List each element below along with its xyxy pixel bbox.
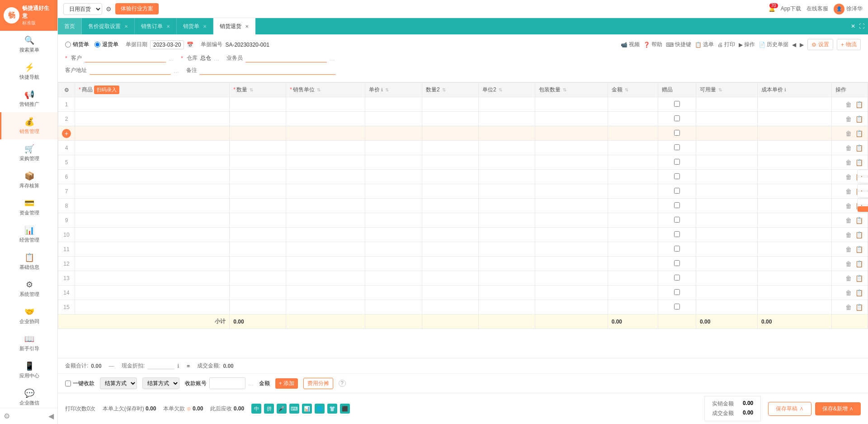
saleunit-cell-5[interactable] [286,155,365,170]
available-cell-3[interactable] [696,126,758,141]
available-cell-7[interactable] [696,184,758,199]
copy-btn-9[interactable]: 📋 [854,216,864,225]
quantity-cell-2[interactable] [230,112,286,126]
sidebar-item-3[interactable]: 💰销售管理 [0,112,57,139]
gift-cell-14[interactable] [658,286,696,300]
gift-cell-13[interactable] [658,271,696,286]
available-cell-4[interactable] [696,141,758,155]
amount-sort-icon[interactable]: ⇅ [625,87,628,92]
qty2-cell-4[interactable] [422,141,478,155]
tab-close-2[interactable]: ✕ [166,24,170,29]
pkgqty-cell-8[interactable] [535,199,608,213]
pkgqty-cell-12[interactable] [535,257,608,271]
gift-cell-10[interactable] [658,228,696,242]
costprice-cell-3[interactable] [757,126,831,141]
costprice-cell-14[interactable] [757,286,831,300]
product-cell-9[interactable] [75,213,230,228]
qty2-cell-9[interactable] [422,213,478,228]
account-input[interactable] [209,377,245,389]
unitprice-cell-11[interactable] [365,242,422,257]
radio-sale-option[interactable]: 销货单 [65,41,89,48]
delete-btn-13[interactable]: 🗑 [844,274,853,283]
unit2-sort-icon[interactable]: ⇅ [499,87,502,92]
pkgqty-cell-1[interactable] [535,97,608,112]
saleunit-sort-icon[interactable]: ⇅ [317,87,321,92]
customer-dots[interactable]: ... [169,55,174,62]
delete-btn-5[interactable]: 🗑 [844,158,853,167]
fullscreen-icon[interactable]: ⛶ [859,23,864,29]
quantity-cell-1[interactable] [230,97,286,112]
quantity-cell-6[interactable] [230,170,286,184]
remark-input[interactable] [200,66,335,75]
available-cell-12[interactable] [696,257,758,271]
amount-cell-8[interactable] [608,199,658,213]
app-download-link[interactable]: App下载 [781,5,801,13]
available-cell-6[interactable] [696,170,758,184]
tab-close-4[interactable]: ✕ [245,24,249,29]
notification-icon[interactable]: 🔔 70 [769,6,775,12]
unit2-cell-15[interactable] [479,300,535,314]
available-cell-9[interactable] [696,213,758,228]
pkgqty-cell-6[interactable] [535,170,608,184]
gift-cell-2[interactable] [658,112,696,126]
copy-btn-4[interactable]: 📋 [854,143,864,152]
unitprice-cell-14[interactable] [365,286,422,300]
sys-icon-7[interactable]: 👕 [327,404,337,414]
sidebar-item-10[interactable]: 🤝企业协同 [0,302,57,329]
industry-select[interactable]: 日用百货 [63,3,102,15]
copy-btn-13[interactable]: 📋 [854,274,864,283]
pkgqty-cell-13[interactable] [535,271,608,286]
product-input-15[interactable] [79,304,226,310]
available-cell-14[interactable] [696,286,758,300]
one-click-payment-check[interactable]: 一键收款 [65,380,94,387]
copy-btn-2[interactable]: 📋 [854,114,864,124]
unitprice-cell-12[interactable] [365,257,422,271]
right-panel-item-4[interactable]: 收 [857,191,868,198]
unitprice-cell-5[interactable] [365,155,422,170]
sidebar-collapse-icon[interactable]: ◀ [48,412,54,420]
product-cell-6[interactable] [75,170,230,184]
quantity-cell-13[interactable] [230,271,286,286]
unit2-cell-2[interactable] [479,112,535,126]
tab-4[interactable]: 销货退货✕ [213,18,255,34]
right-panel-item-6[interactable]: 房 [857,206,868,212]
unitprice-cell-1[interactable] [365,97,422,112]
gift-checkbox-4[interactable] [674,144,680,150]
delete-btn-1[interactable]: 🗑 [844,100,853,109]
right-panel-item-5[interactable]: 藏 [857,199,868,205]
qty2-cell-2[interactable] [422,112,478,126]
user-menu[interactable]: 👤 徐泽华 [834,4,863,14]
help-btn[interactable]: ❓ 帮助 [643,41,662,48]
gift-checkbox-1[interactable] [674,101,680,107]
saleunit-cell-12[interactable] [286,257,365,271]
video-btn[interactable]: 📹 视频 [621,41,640,48]
sys-icon-1[interactable]: 中 [251,404,261,414]
gift-checkbox-5[interactable] [674,159,680,165]
pkgqty-cell-3[interactable] [535,126,608,141]
product-cell-12[interactable] [75,257,230,271]
product-input-6[interactable] [79,174,226,180]
help-icon[interactable]: ? [339,380,346,387]
unitprice-cell-7[interactable] [365,184,422,199]
product-cell-5[interactable] [75,155,230,170]
saleunit-cell-4[interactable] [286,141,365,155]
product-input-1[interactable] [79,101,226,108]
save-draft-btn[interactable]: 保存草稿 ∧ [768,402,811,416]
amount-cell-3[interactable] [608,126,658,141]
amount-cell-7[interactable] [608,184,658,199]
amount-cell-2[interactable] [608,112,658,126]
address-input[interactable] [90,66,171,75]
pkgqty-cell-14[interactable] [535,286,608,300]
delete-btn-11[interactable]: 🗑 [844,245,853,254]
saleunit-cell-8[interactable] [286,199,365,213]
amount-cell-15[interactable] [608,300,658,314]
saleunit-cell-6[interactable] [286,170,365,184]
right-panel-item-1[interactable]: 消 [857,170,868,176]
unit2-cell-1[interactable] [479,97,535,112]
nav-prev-icon[interactable]: ◀ [792,42,796,48]
available-cell-11[interactable] [696,242,758,257]
amount-cell-4[interactable] [608,141,658,155]
delete-btn-12[interactable]: 🗑 [844,259,853,268]
sidebar-item-11[interactable]: 📖新手引导 [0,329,57,357]
sys-icon-5[interactable]: 📊 [302,404,312,414]
